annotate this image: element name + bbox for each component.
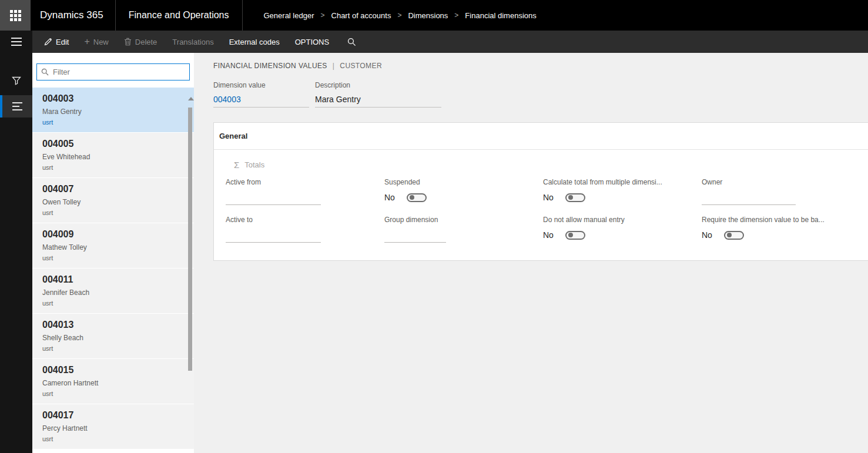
header-separator: | [327, 62, 340, 70]
list-item[interactable]: 004013 Shelly Beach usrt [32, 314, 194, 358]
require-balanced-value: No [702, 230, 712, 240]
hamburger-menu-button[interactable] [0, 31, 32, 53]
suspended-toggle[interactable] [407, 193, 427, 202]
list-item[interactable]: 004015 Cameron Hartnett usrt [32, 359, 194, 404]
dimension-code: 004017 [42, 410, 187, 421]
options-label: OPTIONS [295, 38, 330, 46]
dimension-value-input[interactable]: 004003 [213, 95, 309, 108]
filter-pane-button[interactable] [0, 69, 32, 92]
list-scrollbar[interactable] [188, 97, 192, 449]
calculate-total-toggle[interactable] [565, 193, 585, 202]
main-content: FINANCIAL DIMENSION VALUES|CUSTOMER Dime… [194, 53, 868, 453]
scrollbar-thumb[interactable] [188, 108, 192, 371]
require-balanced-label: Require the dimension value to be ba... [702, 216, 850, 224]
active-to-input[interactable] [226, 242, 321, 243]
dimension-name: Cameron Hartnett [42, 379, 187, 387]
chevron-right-icon: > [317, 11, 329, 19]
field-suspended: Suspended No [384, 178, 543, 216]
translations-button[interactable]: Translations [165, 31, 221, 53]
page-title: FINANCIAL DIMENSION VALUES [213, 62, 327, 70]
toggle-knob [410, 195, 414, 200]
description-input[interactable]: Mara Gentry [315, 95, 441, 108]
chevron-right-icon: > [393, 11, 405, 19]
list-item[interactable]: 004007 Owen Tolley usrt [32, 178, 194, 223]
owner-input[interactable] [702, 204, 796, 205]
suspended-value: No [384, 193, 395, 202]
manual-entry-toggle[interactable] [565, 231, 585, 240]
active-to-label: Active to [226, 216, 374, 224]
dimension-name: Mathew Tolley [42, 243, 187, 251]
delete-button[interactable]: Delete [116, 31, 165, 53]
dimension-values-list-panel: 004003 Mara Gentry usrt 004005 Eve White… [32, 53, 194, 453]
app-title[interactable]: Dynamics 365 [31, 9, 115, 21]
description-field: Description Mara Gentry [315, 81, 441, 108]
dimension-code: 004007 [42, 184, 187, 194]
options-button[interactable]: OPTIONS [287, 31, 337, 53]
trash-icon [124, 38, 132, 46]
owner-label: Owner [702, 178, 850, 186]
list-item[interactable]: 004003 Mara Gentry usrt [32, 88, 194, 132]
dimension-code: 004011 [42, 274, 187, 285]
record-header-fields: Dimension value 004003 Description Mara … [213, 81, 868, 108]
active-from-label: Active from [226, 178, 374, 186]
manual-entry-label: Do not allow manual entry [543, 216, 691, 224]
search-button[interactable] [337, 31, 364, 53]
list-item[interactable]: 004009 Mathew Tolley usrt [32, 223, 194, 268]
dimension-type: usrt [42, 435, 187, 442]
list-item[interactable]: 004011 Jennifer Beach usrt [32, 269, 194, 313]
dimension-code: 004013 [42, 320, 187, 330]
field-active-from: Active from [226, 178, 384, 216]
breadcrumb-financial-dimensions[interactable]: Financial dimensions [463, 11, 538, 20]
group-dimension-input[interactable] [384, 242, 446, 243]
chevron-right-icon: > [450, 11, 463, 19]
dimension-value-field: Dimension value 004003 [213, 81, 309, 108]
field-require-balanced: Require the dimension value to be ba... … [702, 216, 860, 253]
search-icon [41, 68, 49, 76]
dimension-code: 004003 [42, 93, 187, 104]
dimension-value-label: Dimension value [213, 81, 309, 89]
dimension-name: Eve Whitehead [42, 153, 187, 161]
dimension-code: 004015 [42, 365, 187, 375]
funnel-icon [12, 76, 21, 85]
breadcrumb-dimensions[interactable]: Dimensions [405, 11, 450, 20]
list-pane-button[interactable] [0, 95, 32, 118]
list-item[interactable]: 004005 Eve Whitehead usrt [32, 133, 194, 177]
breadcrumb: General ledger > Chart of accounts > Dim… [243, 11, 539, 20]
list-item[interactable]: 004017 Percy Hartnett usrt [32, 404, 194, 449]
breadcrumb-chart-of-accounts[interactable]: Chart of accounts [329, 11, 394, 20]
require-balanced-toggle[interactable] [724, 231, 744, 240]
waffle-icon [10, 10, 21, 21]
dimension-type: usrt [42, 300, 187, 307]
active-from-input[interactable] [226, 204, 321, 205]
toggle-knob [727, 233, 732, 237]
toggle-knob [568, 233, 573, 237]
dimension-name: Owen Tolley [42, 198, 187, 206]
field-owner: Owner [702, 178, 860, 216]
new-label: New [93, 38, 109, 46]
suspended-label: Suspended [384, 178, 532, 186]
general-section-header[interactable]: General [214, 123, 868, 150]
translations-label: Translations [172, 38, 213, 46]
dimension-type: usrt [42, 254, 187, 261]
dimension-name: Jennifer Beach [42, 288, 187, 297]
group-dimension-label: Group dimension [384, 216, 532, 224]
product-title[interactable]: Finance and Operations [116, 10, 242, 21]
scroll-up-icon[interactable] [188, 97, 194, 100]
field-manual-entry: Do not allow manual entry No [543, 216, 702, 253]
app-launcher-button[interactable] [0, 0, 31, 31]
sigma-icon: Σ [234, 160, 239, 170]
pencil-icon [44, 38, 52, 46]
breadcrumb-general-ledger[interactable]: General ledger [262, 11, 317, 20]
action-bar: Edit + New Delete Translations External … [32, 31, 868, 53]
search-icon [347, 38, 356, 46]
edit-label: Edit [56, 38, 69, 46]
filter-input[interactable] [49, 68, 185, 76]
external-codes-button[interactable]: External codes [222, 31, 287, 53]
left-nav-strip [0, 31, 32, 453]
totals-button[interactable]: Σ Totals [214, 150, 868, 170]
filter-box [36, 63, 190, 80]
toggle-knob [568, 195, 573, 200]
edit-button[interactable]: Edit [36, 31, 76, 53]
dimension-type: usrt [42, 209, 187, 216]
new-button[interactable]: + New [76, 31, 116, 53]
